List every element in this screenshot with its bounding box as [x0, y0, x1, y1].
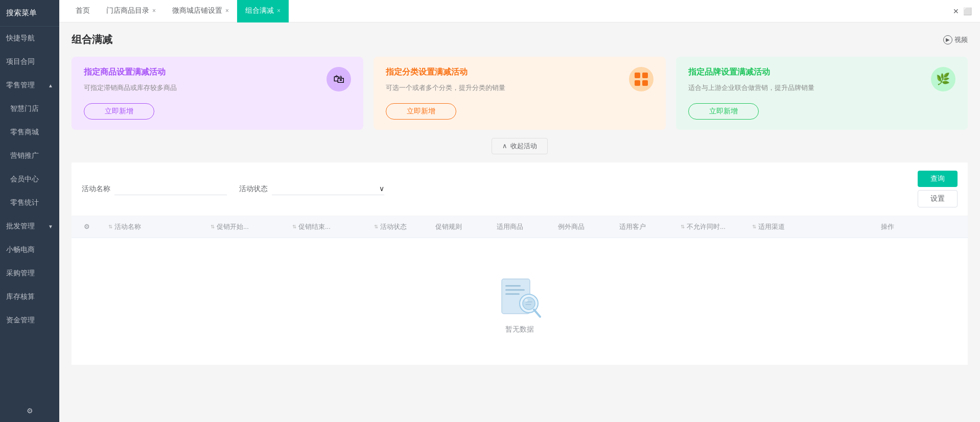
th-end[interactable]: ⇅ 促销结束... [286, 222, 368, 231]
th-channel[interactable]: ⇅ 适用渠道 [746, 222, 807, 231]
svg-rect-3 [642, 80, 648, 86]
maximize-window-icon[interactable]: ⬜ [963, 7, 972, 15]
sidebar-item-inventory-check[interactable]: 库存核算 [0, 285, 59, 309]
tab-wechat-shop[interactable]: 微商城店铺设置 × [164, 0, 237, 22]
promo-card-category: 指定分类设置满减活动 可选一个或者多个分类，提升分类的销量 立即新增 [374, 57, 665, 130]
goods-card-desc: 可指定滞销商品或库存较多商品 [84, 83, 351, 93]
category-card-icon [629, 67, 654, 91]
query-button[interactable]: 查询 [918, 171, 958, 187]
svg-rect-1 [642, 73, 648, 78]
filter-actions: 查询 设置 [918, 171, 958, 207]
brand-card-title: 指定品牌设置满减活动 [688, 67, 955, 78]
th-goods: 适用商品 [491, 222, 552, 231]
sort-icon: ⇅ [108, 224, 112, 229]
table-container: ⚙ ⇅ 活动名称 ⇅ 促销开始... ⇅ 促销结束... ⇅ 活动状态 [72, 216, 968, 365]
tab-bar: 首页 门店商品目录 × 微商城店铺设置 × 组合满减 × ✕ ⬜ [59, 0, 980, 22]
th-customer: 适用客户 [613, 222, 674, 231]
close-tab-combo-promo[interactable]: × [277, 7, 281, 14]
sidebar-item-project-contract[interactable]: 项目合同 [0, 50, 59, 74]
setting-button[interactable]: 设置 [918, 190, 958, 207]
category-card-desc: 可选一个或者多个分类，提升分类的销量 [386, 83, 653, 93]
brand-card-icon: 🌿 [931, 67, 955, 91]
goods-card-add-btn[interactable]: 立即新增 [84, 103, 154, 120]
chevron-down-icon: ∨ [379, 184, 384, 193]
goods-card-title: 指定商品设置满减活动 [84, 67, 351, 78]
sidebar-item-retail-mgmt[interactable]: 零售管理 ▲ [0, 74, 59, 97]
filter-name-input[interactable] [114, 182, 227, 195]
svg-point-13 [525, 299, 528, 302]
sidebar-item-quick-nav[interactable]: 快捷导航 [0, 27, 59, 50]
sidebar: 搜索菜单 快捷导航 项目合同 零售管理 ▲ 智慧门店 零售商城 营销推广 会员中… [0, 0, 59, 422]
filter-row: 活动名称 活动状态 ∨ 查询 设置 [72, 162, 968, 216]
close-window-icon[interactable]: ✕ [953, 7, 959, 15]
play-icon: ▶ [943, 35, 952, 44]
sort-icon: ⇅ [681, 224, 685, 229]
filter-name-label: 活动名称 [82, 184, 110, 194]
sidebar-item-wholesale-mgmt[interactable]: 批发管理 ▼ [0, 215, 59, 238]
sidebar-item-member-center[interactable]: 会员中心 [0, 168, 59, 191]
sort-icon: ⇅ [292, 224, 296, 229]
window-controls: ✕ ⬜ [953, 7, 972, 15]
svg-point-9 [523, 297, 535, 310]
empty-illustration [489, 269, 550, 325]
svg-line-10 [534, 310, 540, 317]
sidebar-search[interactable]: 搜索菜单 [0, 0, 59, 27]
th-start[interactable]: ⇅ 促销开始... [204, 222, 286, 231]
sidebar-item-retail-stats[interactable]: 零售统计 [0, 191, 59, 215]
collapse-bar: ∧ 收起活动 [72, 138, 968, 154]
brand-card-add-btn[interactable]: 立即新增 [688, 103, 759, 120]
page-header: 组合满减 ▶ 视频 [72, 33, 968, 46]
sidebar-item-marketing[interactable]: 营销推广 [0, 144, 59, 168]
page-title: 组合满减 [72, 33, 112, 46]
sort-icon: ⇅ [374, 224, 378, 229]
th-status[interactable]: ⇅ 活动状态 [368, 222, 429, 231]
tab-combo-promo[interactable]: 组合满减 × [237, 0, 289, 22]
empty-state: 暂无数据 [72, 238, 968, 365]
filter-name-item: 活动名称 [82, 182, 227, 195]
th-action: 操作 [807, 222, 968, 231]
close-tab-wechat-shop[interactable]: × [225, 7, 229, 14]
filter-status-label: 活动状态 [239, 184, 268, 194]
filter-status-item: 活动状态 ∨ [239, 182, 384, 195]
gear-icon: ⚙ [27, 407, 33, 415]
sidebar-item-purchase-mgmt[interactable]: 采购管理 [0, 262, 59, 285]
goods-card-icon: 🛍 [326, 67, 351, 91]
chevron-up-icon: ▲ [48, 83, 53, 88]
collapse-activities-btn[interactable]: ∧ 收起活动 [492, 138, 548, 154]
promo-cards: 🛍 指定商品设置满减活动 可指定滞销商品或库存较多商品 立即新增 指定分类设置满… [72, 57, 968, 130]
tab-store-catalog[interactable]: 门店商品目录 × [98, 0, 164, 22]
promo-card-brand: 🌿 指定品牌设置满减活动 适合与上游企业联合做营销，提升品牌销量 立即新增 [676, 57, 968, 130]
category-card-add-btn[interactable]: 立即新增 [386, 103, 456, 120]
sidebar-item-fund-mgmt[interactable]: 资金管理 [0, 309, 59, 332]
gear-icon: ⚙ [84, 223, 90, 230]
th-nosimul[interactable]: ⇅ 不允许同时... [674, 222, 746, 231]
th-gear[interactable]: ⚙ [72, 223, 102, 230]
page-content: 组合满减 ▶ 视频 🛍 指定商品设置满减活动 可指定滞销商品或库存较多商品 立即… [59, 22, 980, 422]
sort-icon: ⇅ [211, 224, 215, 229]
brand-card-desc: 适合与上游企业联合做营销，提升品牌销量 [688, 83, 955, 93]
chevron-down-icon: ▼ [48, 224, 53, 229]
th-name[interactable]: ⇅ 活动名称 [102, 222, 204, 231]
sidebar-item-xiaochangec[interactable]: 小畅电商 [0, 238, 59, 262]
category-card-title: 指定分类设置满减活动 [386, 67, 653, 78]
svg-rect-6 [505, 289, 525, 291]
chevron-up-icon: ∧ [502, 142, 507, 150]
empty-text: 暂无数据 [505, 325, 534, 334]
tab-home[interactable]: 首页 [67, 0, 98, 22]
svg-rect-5 [505, 285, 521, 287]
close-tab-store-catalog[interactable]: × [152, 7, 156, 14]
table-header: ⚙ ⇅ 活动名称 ⇅ 促销开始... ⇅ 促销结束... ⇅ 活动状态 [72, 216, 968, 238]
sidebar-settings[interactable]: ⚙ [0, 400, 59, 422]
filter-status-select[interactable]: ∨ [272, 182, 384, 195]
sidebar-item-smart-store[interactable]: 智慧门店 [0, 97, 59, 121]
svg-rect-2 [635, 80, 640, 86]
sidebar-item-retail-mall[interactable]: 零售商城 [0, 121, 59, 144]
main-area: 首页 门店商品目录 × 微商城店铺设置 × 组合满减 × ✕ ⬜ 组合满减 ▶ … [59, 0, 980, 422]
th-except: 例外商品 [552, 222, 613, 231]
svg-rect-7 [505, 293, 520, 295]
sort-icon: ⇅ [752, 224, 756, 229]
video-link[interactable]: ▶ 视频 [943, 35, 968, 44]
promo-card-goods: 🛍 指定商品设置满减活动 可指定滞销商品或库存较多商品 立即新增 [72, 57, 363, 130]
th-rule: 促销规则 [429, 222, 491, 231]
svg-rect-0 [635, 73, 640, 78]
